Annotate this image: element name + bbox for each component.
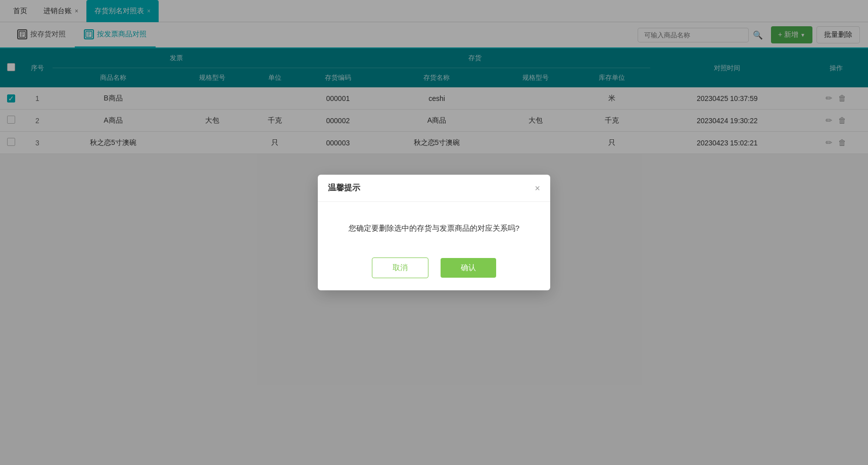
modal-overlay: 温馨提示 × 您确定要删除选中的存货与发票商品的对应关系吗? 取消 确认 <box>0 0 868 154</box>
